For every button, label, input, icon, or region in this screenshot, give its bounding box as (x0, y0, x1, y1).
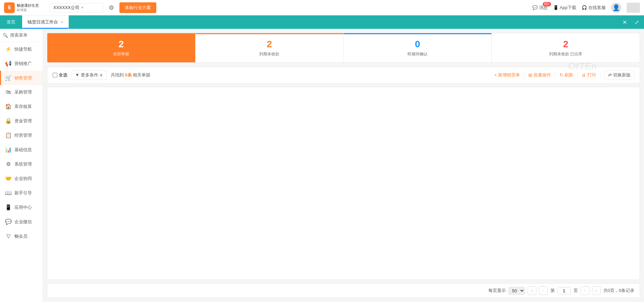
more-filter-button[interactable]: ▼ 更多条件 ∨ (71, 70, 107, 80)
user-name-area (627, 3, 640, 13)
batch-icon: ⊞ (528, 72, 532, 78)
sidebar-item-inventory[interactable]: 🏠 库存核算 (0, 99, 43, 114)
messages-badge: 99 (543, 2, 551, 6)
header-right: 💬 消息 99 📱 App下载 🎧 在线客服 👤 (532, 3, 640, 13)
stat-number-pending: 0 (351, 39, 485, 50)
avatar[interactable]: 👤 (611, 3, 621, 13)
stat-number-shipped: 2 (498, 39, 633, 50)
stat-card-all[interactable]: 2 全部单据 (47, 33, 196, 62)
wechat-icon: 💬 (5, 219, 12, 225)
guide-icon: 📖 (5, 190, 12, 196)
sidebar-item-basic-info[interactable]: 📊 基础信息 (0, 142, 43, 157)
quick-nav-icon: ⚡ (5, 46, 12, 52)
toolbar-right: + 新增销货单 ⊞ 批量操作 ↻ 刷新 🖨 打印 ⇄ (494, 70, 634, 80)
stat-label-overdue: 到期未收款 (202, 51, 337, 57)
sales-icon: 🛒 (5, 75, 12, 81)
company-selector[interactable]: XXXXXX公司 ▾ (50, 3, 103, 12)
company-name: XXXXXX公司 (53, 5, 79, 11)
switch-icon: ⇄ (608, 72, 612, 77)
sidebar-item-member[interactable]: ▽ 畅会员 (0, 229, 43, 243)
last-page-button[interactable]: » (592, 286, 601, 295)
page-prefix-label: 第 (550, 288, 555, 294)
stat-card-pending[interactable]: 0 旺辅待确认 (344, 33, 492, 62)
sidebar-search[interactable]: 🔍 搜索菜单 (0, 29, 43, 42)
toolbar-left: 全选 ▼ 更多条件 ∨ 共找到 0条 相关单据 (53, 70, 150, 80)
filter-dropdown-icon: ∨ (100, 72, 103, 77)
per-page-label: 每页显示 (488, 288, 506, 294)
per-page-select[interactable]: 50 (508, 287, 525, 295)
message-icon: 💬 (532, 5, 538, 10)
sidebar-item-enterprise[interactable]: 🤝 企业协同 (0, 171, 43, 186)
print-icon: 🖨 (582, 72, 586, 77)
page-number-input[interactable] (557, 287, 571, 294)
sidebar-label: 资金管理 (14, 118, 32, 124)
settings-button[interactable]: ⚙ (106, 2, 117, 13)
found-text: 共找到 0条 相关单据 (111, 72, 150, 78)
sidebar-item-app-center[interactable]: 📱 应用中心 (0, 200, 43, 215)
tab-expand-button[interactable]: ⤢ (632, 17, 641, 27)
logo-icon: 6 (4, 2, 15, 13)
filter-label: 更多条件 (81, 72, 98, 78)
sidebar-item-wechat[interactable]: 💬 企业微信 (0, 215, 43, 229)
sidebar-label: 企业微信 (14, 219, 32, 225)
sidebar-item-quick-nav[interactable]: ⚡ 快捷导航 (0, 42, 43, 56)
top-header: 6 畅捷通好生意 标准版 XXXXXX公司 ▾ ⚙ 体验行业方案 💬 消息 99… (0, 0, 644, 15)
stat-number-overdue: 2 (202, 39, 337, 50)
member-icon: ▽ (5, 233, 12, 239)
user-icon: 👤 (612, 4, 620, 11)
sidebar-label: 企业协同 (14, 176, 32, 182)
app-download-label: App下载 (560, 5, 576, 11)
select-all-input[interactable] (53, 73, 57, 77)
experience-button[interactable]: 体验行业方案 (119, 2, 156, 13)
sidebar-item-sales[interactable]: 🛒 销售管理 (0, 71, 43, 85)
tab-bar: 首页 钱货日清工作台 × ✕ ⤢ (0, 15, 644, 29)
sidebar-label: 营销推广 (14, 61, 32, 67)
app-center-icon: 📱 (5, 204, 12, 210)
online-service-button[interactable]: 🎧 在线客服 (582, 5, 606, 11)
messages-button[interactable]: 💬 消息 99 (532, 5, 548, 11)
logo-text: 畅捷通好生意 标准版 (17, 3, 39, 12)
refresh-icon: ↻ (559, 72, 563, 77)
prev-page-button[interactable]: ‹ (539, 286, 548, 295)
sidebar-item-purchase[interactable]: 🛍 采购管理 (0, 85, 43, 99)
app-download-button[interactable]: 📱 App下载 (553, 5, 576, 11)
next-page-button[interactable]: › (581, 286, 589, 295)
sidebar-label: 经营管理 (14, 132, 32, 138)
sidebar-item-finance[interactable]: 🔒 资金管理 (0, 114, 43, 128)
batch-operation-button[interactable]: ⊞ 批量操作 (528, 72, 551, 78)
select-all-checkbox[interactable]: 全选 (53, 72, 67, 78)
tab-close-button[interactable]: × (61, 20, 63, 24)
stats-row: 2 全部单据 2 到期未收款 0 旺辅待确认 2 到期未收款 已出库 (47, 33, 640, 63)
add-sales-order-button[interactable]: + 新增销货单 (494, 72, 520, 78)
sidebar-label: 快捷导航 (14, 46, 32, 52)
sidebar-item-guide[interactable]: 📖 新手引导 (0, 186, 43, 200)
found-prefix: 共找到 (111, 72, 124, 77)
first-page-button[interactable]: « (528, 286, 536, 295)
marketing-icon: 📢 (5, 60, 12, 67)
found-suffix: 相关单据 (133, 72, 150, 77)
sidebar-item-marketing[interactable]: 📢 营销推广 (0, 56, 43, 71)
main-layout: 🔍 搜索菜单 ⚡ 快捷导航 📢 营销推广 🛒 销售管理 🛍 采购管理 🏠 库存核… (0, 29, 644, 302)
download-icon: 📱 (553, 5, 558, 10)
search-icon: 🔍 (3, 33, 8, 38)
gear-icon: ⚙ (109, 4, 114, 11)
sidebar-label: 库存核算 (14, 104, 32, 110)
print-button[interactable]: 🖨 打印 (582, 72, 596, 78)
switch-new-version-button[interactable]: ⇄ 切换新版 (604, 70, 634, 80)
toolbar: 全选 ▼ 更多条件 ∨ 共找到 0条 相关单据 + 新增销货单 ⊞ 批 (47, 67, 640, 83)
table-area (47, 87, 640, 280)
sidebar-item-system[interactable]: ⚙ 系统管理 (0, 157, 43, 171)
tab-home[interactable]: 首页 (0, 15, 22, 29)
tab-close-all-button[interactable]: ✕ (620, 17, 629, 27)
sidebar-label: 新手引导 (14, 190, 32, 196)
refresh-button[interactable]: ↻ 刷新 (559, 72, 573, 78)
toolbar-divider-2 (555, 72, 555, 78)
stat-card-shipped[interactable]: 2 到期未收款 已出库 (492, 33, 640, 62)
toolbar-divider-4 (600, 72, 600, 78)
sidebar-item-operations[interactable]: 📋 经营管理 (0, 128, 43, 142)
system-icon: ⚙ (5, 161, 12, 167)
tab-work-station[interactable]: 钱货日清工作台 × (22, 15, 69, 29)
company-dropdown-arrow: ▾ (82, 6, 83, 9)
stat-card-overdue[interactable]: 2 到期未收款 (196, 33, 344, 62)
sidebar-label: 系统管理 (14, 161, 32, 167)
